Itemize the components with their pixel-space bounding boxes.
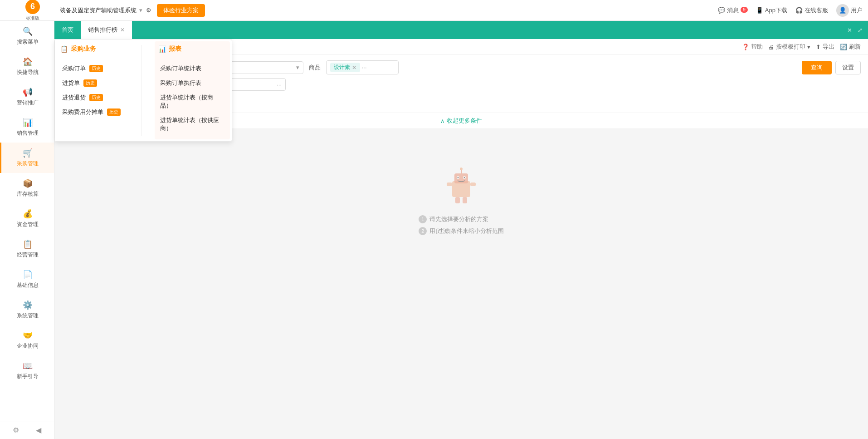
print-dropdown-icon: ▾ <box>807 44 810 50</box>
sidebar-label-inventory: 库存核算 <box>17 190 39 198</box>
refresh-btn[interactable]: 🔄 刷新 <box>840 43 861 51</box>
sidebar-item-system[interactable]: ⚙️ 系统管理 <box>0 295 54 325</box>
enterprise-icon: 🤝 <box>23 330 33 340</box>
notification-item[interactable]: 💬 消息 9 <box>718 6 748 15</box>
menu-section-report: 📊 报表 采购订单统计表 采购订单执行表 进货单统计表（按商品） 进货单统计表（… <box>155 41 230 139</box>
sidebar-item-basic[interactable]: 📄 基础信息 <box>0 264 54 295</box>
tab-expand-icon[interactable]: ⤢ <box>858 27 863 34</box>
inventory-icon: 📦 <box>23 178 33 188</box>
empty-illustration <box>439 165 484 206</box>
menu-item-return[interactable]: 进货退货 历史 <box>60 90 129 105</box>
guide-icon: 📖 <box>23 361 33 371</box>
system-icon: ⚙️ <box>23 300 33 310</box>
svg-point-4 <box>458 177 459 178</box>
goods-label: 商品 <box>309 64 321 72</box>
logo-icon: 6 <box>25 0 40 14</box>
svg-rect-0 <box>452 181 470 197</box>
report-section-icon: 📊 <box>158 45 166 53</box>
menu-section-report-title: 📊 报表 <box>158 45 227 56</box>
home-icon: 🏠 <box>23 57 33 67</box>
sidebar-label-enterprise: 企业协同 <box>17 342 39 350</box>
sidebar-item-capital[interactable]: 💰 资金管理 <box>0 203 54 234</box>
sidebar-item-marketing[interactable]: 📢 营销推广 <box>0 82 54 112</box>
status-dropdown-icon: ▾ <box>296 64 299 71</box>
goods-tag-remove[interactable]: ✕ <box>352 64 356 71</box>
sidebar-item-search[interactable]: 🔍 搜索菜单 <box>0 21 54 51</box>
online-service-item[interactable]: 🎧 在线客服 <box>795 6 828 15</box>
tab-home[interactable]: 首页 <box>54 21 81 39</box>
sidebar-item-quick-nav[interactable]: 🏠 快捷导航 <box>0 51 54 82</box>
export-icon: ⬆ <box>816 44 821 50</box>
sidebar-item-guide[interactable]: 📖 新手引导 <box>0 355 54 386</box>
purchase-section-icon: 📋 <box>60 45 68 53</box>
collapse-arrow-icon: ∧ <box>440 118 445 124</box>
sidebar-label-sales: 销售管理 <box>17 129 39 137</box>
logo-text: 标准版 <box>26 15 39 21</box>
sidebar-item-sales[interactable]: 📊 销售管理 <box>0 112 54 143</box>
menu-item-report-2[interactable]: 进货单统计表（按商品） <box>158 90 227 113</box>
industry-btn[interactable]: 体验行业方案 <box>157 4 205 17</box>
empty-text: 1 请先选择要分析的方案 2 用[过滤]条件来缩小分析范围 <box>419 213 503 237</box>
menu-item-purchase-order[interactable]: 采购订单 历史 <box>60 61 129 76</box>
empty-state: 1 请先选择要分析的方案 2 用[过滤]条件来缩小分析范围 <box>54 129 868 273</box>
app-download-item[interactable]: 📱 App下载 <box>756 6 787 15</box>
history-badge-0: 历史 <box>89 65 103 72</box>
tab-close-icon[interactable]: ✕ <box>120 27 125 33</box>
marketing-icon: 📢 <box>23 87 33 97</box>
menu-section-purchase-title: 📋 采购业务 <box>60 45 129 56</box>
sidebar-label-system: 系统管理 <box>17 312 39 320</box>
goods-select[interactable]: 设计素 ✕ ··· <box>326 60 399 74</box>
help-btn[interactable]: ❓ 帮助 <box>742 43 763 51</box>
tab-close-all-icon[interactable]: ✕ <box>847 27 852 34</box>
svg-rect-6 <box>447 183 452 186</box>
menu-section-purchase: 📋 采购业务 采购订单 历史 进货单 历史 进货退货 历史 采购费用分摊单 历史 <box>60 45 129 136</box>
headset-icon: 🎧 <box>795 7 803 14</box>
tab-sales-rank[interactable]: 销售排行榜 ✕ <box>81 21 132 39</box>
sidebar: 🔍 搜索菜单 🏠 快捷导航 📢 营销推广 📊 销售管理 🛒 采购管理 📦 库存核… <box>0 21 54 439</box>
sidebar-collapse-btn[interactable]: ◀ <box>36 426 41 434</box>
sidebar-label-search: 搜索菜单 <box>17 38 39 46</box>
export-btn[interactable]: ⬆ 导出 <box>816 43 834 51</box>
menu-item-expense[interactable]: 采购费用分摊单 历史 <box>60 105 129 119</box>
purchase-dropdown-menu: 📋 采购业务 采购订单 历史 进货单 历史 进货退货 历史 采购费用分摊单 历史… <box>54 39 232 142</box>
top-bar-right: 💬 消息 9 📱 App下载 🎧 在线客服 👤 用户 <box>718 4 863 17</box>
tab-bar: 首页 销售排行榜 ✕ ✕ ⤢ <box>54 21 868 39</box>
svg-point-11 <box>460 168 463 170</box>
goods-tag: 设计素 ✕ <box>330 63 360 72</box>
svg-rect-8 <box>455 197 460 203</box>
sidebar-item-enterprise[interactable]: 🤝 企业协同 <box>0 325 54 355</box>
system-name[interactable]: 装备及固定资产辅助管理系统 ▾ <box>60 6 142 15</box>
purchase-icon: 🛒 <box>23 148 33 158</box>
capital-icon: 💰 <box>23 209 33 219</box>
sidebar-item-inventory[interactable]: 📦 库存核算 <box>0 173 54 203</box>
settings-icon[interactable]: ⚙ <box>146 7 151 14</box>
system-dropdown-arrow: ▾ <box>139 7 142 14</box>
sidebar-label-marketing: 营销推广 <box>17 99 39 107</box>
query-button[interactable]: 查询 <box>802 61 832 74</box>
sidebar-settings-btn[interactable]: ⚙ <box>13 426 19 434</box>
setting-button[interactable]: 设置 <box>835 61 861 74</box>
menu-divider <box>141 45 142 136</box>
print-btn[interactable]: 🖨 按模板打印 ▾ <box>768 43 810 51</box>
svg-rect-7 <box>470 183 476 186</box>
history-badge-3: 历史 <box>107 109 121 116</box>
sidebar-item-operation[interactable]: 📋 经营管理 <box>0 234 54 264</box>
menu-item-report-0[interactable]: 采购订单统计表 <box>158 61 227 76</box>
notification-icon: 💬 <box>718 7 725 14</box>
user-item[interactable]: 👤 用户 <box>836 4 863 17</box>
salesperson-more[interactable]: ··· <box>277 81 282 88</box>
menu-item-report-1[interactable]: 采购订单执行表 <box>158 76 227 90</box>
sidebar-label-guide: 新手引导 <box>17 373 39 380</box>
refresh-icon: 🔄 <box>840 44 847 50</box>
top-bar: 6 标准版 装备及固定资产辅助管理系统 ▾ ⚙ 体验行业方案 💬 消息 9 📱 … <box>0 0 868 21</box>
avatar: 👤 <box>836 4 849 17</box>
goods-more-btn[interactable]: ··· <box>362 64 367 71</box>
menu-item-label: 采购订单 <box>62 64 86 73</box>
sidebar-label-purchase: 采购管理 <box>17 160 39 168</box>
history-badge-1: 历史 <box>83 79 97 87</box>
sidebar-label-basic: 基础信息 <box>17 281 39 289</box>
menu-item-report-3[interactable]: 进货单统计表（按供应商） <box>158 113 227 136</box>
sidebar-item-purchase[interactable]: 🛒 采购管理 <box>0 143 54 173</box>
print-icon: 🖨 <box>768 44 774 50</box>
menu-item-inbound[interactable]: 进货单 历史 <box>60 76 129 90</box>
